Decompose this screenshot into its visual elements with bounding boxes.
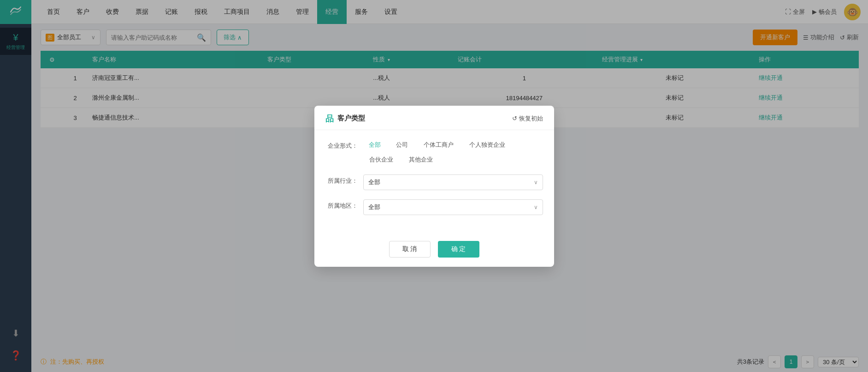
filter-modal: 品 客户类型 ↺ 恢复初始 企业形式： 全部 公司 个体工商户 个人独资企业 合… — [314, 106, 554, 267]
industry-chevron-icon: ∨ — [534, 179, 538, 186]
modal-overlay[interactable]: 品 客户类型 ↺ 恢复初始 企业形式： 全部 公司 个体工商户 个人独资企业 合… — [0, 0, 868, 372]
region-select[interactable]: 全部 ∨ — [363, 199, 543, 215]
cancel-button[interactable]: 取 消 — [389, 241, 431, 258]
industry-value: 全部 — [368, 178, 380, 186]
option-partnership[interactable]: 合伙企业 — [363, 154, 399, 165]
region-label: 所属地区： — [325, 199, 358, 212]
modal-body: 企业形式： 全部 公司 个体工商户 个人独资企业 合伙企业 其他企业 所属行业：… — [314, 130, 554, 234]
reset-button[interactable]: ↺ 恢复初始 — [512, 114, 543, 123]
enterprise-form-row: 企业形式： 全部 公司 个体工商户 个人独资企业 合伙企业 其他企业 — [325, 139, 543, 165]
confirm-button[interactable]: 确 定 — [438, 241, 479, 258]
option-individual[interactable]: 个人独资企业 — [463, 139, 511, 150]
option-all[interactable]: 全部 — [363, 140, 386, 150]
modal-title: 品 客户类型 — [325, 113, 365, 124]
modal-title-icon: 品 — [325, 113, 334, 124]
region-row: 所属地区： 全部 ∨ — [325, 199, 543, 215]
modal-header: 品 客户类型 ↺ 恢复初始 — [314, 106, 554, 130]
modal-footer: 取 消 确 定 — [314, 234, 554, 267]
region-chevron-icon: ∨ — [534, 204, 538, 210]
industry-row: 所属行业： 全部 ∨ — [325, 174, 543, 190]
region-select-wrapper: 全部 ∨ — [363, 199, 543, 215]
option-sole-trader[interactable]: 个体工商户 — [418, 139, 460, 150]
reset-icon: ↺ — [512, 115, 517, 122]
option-other[interactable]: 其他企业 — [403, 154, 439, 165]
enterprise-form-label: 企业形式： — [325, 139, 358, 152]
enterprise-options: 全部 公司 个体工商户 个人独资企业 合伙企业 其他企业 — [363, 139, 543, 165]
option-company[interactable]: 公司 — [390, 139, 414, 150]
industry-select[interactable]: 全部 ∨ — [363, 174, 543, 190]
industry-label: 所属行业： — [325, 174, 358, 187]
region-value: 全部 — [368, 203, 380, 211]
industry-select-wrapper: 全部 ∨ — [363, 174, 543, 190]
